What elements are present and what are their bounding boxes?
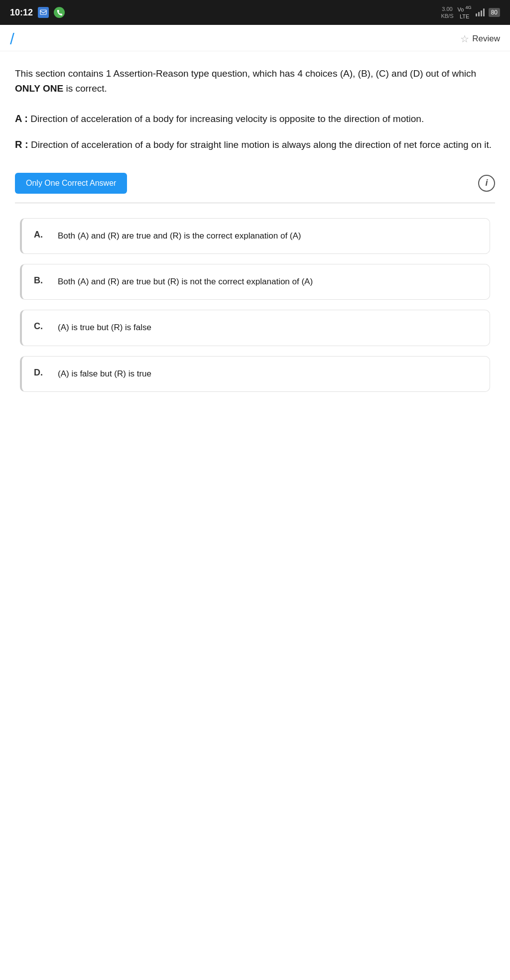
option-a-text: Both (A) and (R) are true and (R) is the… <box>58 230 301 243</box>
option-d-label: D. <box>34 368 48 378</box>
svg-rect-0 <box>40 10 46 14</box>
option-b-text: Both (A) and (R) are true but (R) is not… <box>58 275 313 288</box>
review-button[interactable]: ☆ Review <box>460 33 500 45</box>
review-label: Review <box>472 34 500 44</box>
option-b-card[interactable]: B. Both (A) and (R) are true but (R) is … <box>20 264 490 300</box>
main-content: This section contains 1 Assertion-Reason… <box>0 51 510 402</box>
nav-slash: / <box>10 31 14 47</box>
options-container: A. Both (A) and (R) are true and (R) is … <box>15 218 495 392</box>
star-icon[interactable]: ☆ <box>460 33 469 45</box>
status-bar: 10:12 3.00 KB/S Vo 4G LTE 80 <box>0 0 510 25</box>
option-c-text: (A) is true but (R) is false <box>58 321 151 334</box>
reason-label: R : <box>15 139 28 150</box>
reason-text: Direction of acceleration of a body for … <box>31 139 492 150</box>
option-c-label: C. <box>34 321 48 332</box>
assertion-text: Direction of acceleration of a body for … <box>30 114 424 124</box>
option-a-label: A. <box>34 230 48 240</box>
option-b-label: B. <box>34 275 48 286</box>
section-divider <box>15 203 495 203</box>
question-intro: This section contains 1 Assertion-Reason… <box>15 66 495 97</box>
signal-bars <box>476 8 485 16</box>
speed-indicator: 3.00 KB/S <box>441 5 453 20</box>
status-right-icons: 3.00 KB/S Vo 4G LTE 80 <box>441 5 500 20</box>
phone-icon <box>54 7 65 18</box>
option-d-text: (A) is false but (R) is true <box>58 368 151 380</box>
assertion-label: A : <box>15 113 28 124</box>
option-c-card[interactable]: C. (A) is true but (R) is false <box>20 310 490 346</box>
reason-statement: R : Direction of acceleration of a body … <box>15 136 495 152</box>
nav-bar: / ☆ Review <box>0 25 510 51</box>
tag-row: Only One Correct Answer i <box>15 173 495 194</box>
assertion-statement: A : Direction of acceleration of a body … <box>15 111 495 126</box>
only-one-correct-button[interactable]: Only One Correct Answer <box>15 173 127 194</box>
option-a-card[interactable]: A. Both (A) and (R) are true and (R) is … <box>20 218 490 254</box>
network-indicator: Vo 4G LTE <box>458 5 472 20</box>
option-d-card[interactable]: D. (A) is false but (R) is true <box>20 356 490 392</box>
info-icon-button[interactable]: i <box>478 175 495 192</box>
status-time: 10:12 <box>10 7 33 18</box>
battery-indicator: 80 <box>489 8 500 17</box>
notification-icon <box>38 7 49 18</box>
